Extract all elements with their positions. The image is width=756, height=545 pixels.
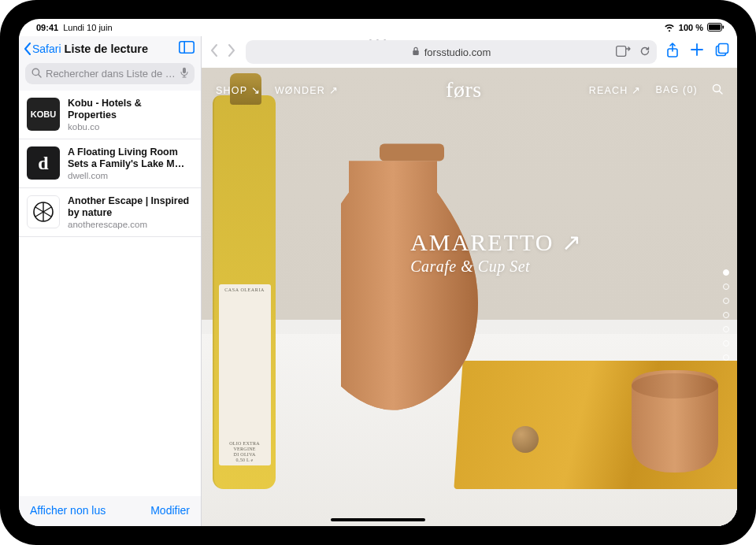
nav-forward-icon[interactable] [227,43,236,61]
svg-rect-12 [719,44,728,54]
list-thumb: d [27,146,60,180]
edit-button[interactable]: Modifier [150,504,190,517]
nav-reach[interactable]: REACH ↗ [589,84,642,96]
lock-icon [412,46,420,58]
tabs-icon[interactable] [715,43,729,61]
back-button[interactable]: Safari [24,43,61,55]
carousel-dot[interactable] [723,312,729,318]
svg-rect-3 [180,42,194,53]
list-item-domain: anotherescape.com [68,220,193,229]
svg-line-6 [39,74,41,76]
sidebar-toggle-icon[interactable] [179,41,195,57]
screen: 09:41 Lundi 10 juin 100 % ● ● ● [19,19,737,526]
sidebar-title: Liste de lecture [63,43,177,55]
address-bar[interactable]: forsstudio.com [246,40,657,64]
carousel-dot[interactable] [723,298,729,304]
reading-list: KOBU Kobu - Hotels & Properties kobu.co … [19,91,201,496]
carousel-dots [723,269,729,361]
toolbar: forsstudio.com [202,36,737,68]
hero-headline[interactable]: AMARETTO ↗ Carafe & Cup Set [410,228,583,276]
hero-subtitle: Carafe & Cup Set [410,258,583,276]
home-indicator[interactable] [331,518,425,522]
search-icon [32,68,42,80]
carousel-dot[interactable] [723,354,729,361]
svg-line-15 [719,91,722,94]
site-nav: SHOP ↘ WØNDER ↗ førs REACH ↗ BAG (0) [202,77,737,102]
list-item-title: A Floating Living Room Sets a Family's L… [68,146,193,170]
list-thumb [27,195,60,228]
svg-rect-1 [709,24,721,30]
list-item-title: Kobu - Hotels & Properties [68,98,193,121]
battery-percent: 100 % [679,23,703,32]
svg-rect-2 [723,25,724,28]
carousel-dot[interactable] [723,269,729,276]
sidebar: Safari Liste de lecture Rechercher dans … [19,36,202,526]
hero-image: CASA OLEARIA OLIO EXTRA VERGINE DI OLIVA… [202,68,737,526]
carousel-dot[interactable] [723,326,729,332]
reload-icon[interactable] [639,46,650,59]
webpage: CASA OLEARIA OLIO EXTRA VERGINE DI OLIVA… [202,68,737,526]
nav-bag[interactable]: BAG (0) [655,84,698,95]
status-time: 09:41 [36,23,58,32]
nav-back-icon[interactable] [209,43,219,61]
nav-wonder[interactable]: WØNDER ↗ [275,84,339,96]
list-item[interactable]: Another Escape | Inspired by nature anot… [19,188,201,237]
site-search-icon[interactable] [712,83,723,97]
list-item-title: Another Escape | Inspired by nature [68,195,193,219]
carousel-dot[interactable] [723,284,729,290]
sidebar-footer: Afficher non lus Modifier [19,496,201,526]
list-thumb: KOBU [27,98,60,131]
olive-oil-bottle-graphic: CASA OLEARIA OLIO EXTRA VERGINE DI OLIVA… [213,95,276,490]
status-bar: 09:41 Lundi 10 juin 100 % [19,19,737,36]
cup-graphic [624,362,726,480]
svg-rect-7 [183,68,186,74]
bottle-label: CASA OLEARIA OLIO EXTRA VERGINE DI OLIVA… [219,284,271,465]
svg-rect-9 [413,50,418,55]
status-date: Lundi 10 juin [63,23,112,32]
main: forsstudio.com [202,36,737,526]
list-item-domain: kobu.co [68,122,193,132]
nav-shop[interactable]: SHOP ↘ [216,84,261,96]
wifi-icon [664,23,675,33]
dictation-icon[interactable] [180,67,188,80]
reader-icon[interactable] [616,46,632,59]
battery-icon [707,23,724,33]
back-label: Safari [32,43,61,55]
list-item-domain: dwell.com [68,171,193,180]
show-unread-button[interactable]: Afficher non lus [30,504,106,517]
list-item[interactable]: KOBU Kobu - Hotels & Properties kobu.co [19,91,201,139]
carousel-dot[interactable] [723,340,729,347]
address-text: forsstudio.com [424,46,491,58]
sidebar-header: Safari Liste de lecture [19,36,201,60]
svg-rect-10 [617,46,626,56]
site-logo[interactable]: førs [446,77,482,102]
ipad-frame: 09:41 Lundi 10 juin 100 % ● ● ● [0,0,756,545]
list-item[interactable]: d A Floating Living Room Sets a Family's… [19,139,201,188]
hero-title: AMARETTO ↗ [410,228,583,256]
search-input[interactable]: Rechercher dans Liste de le… [25,63,195,84]
search-placeholder: Rechercher dans Liste de le… [46,68,176,80]
share-icon[interactable] [666,43,679,61]
new-tab-icon[interactable] [690,43,704,61]
content: Safari Liste de lecture Rechercher dans … [19,36,737,526]
